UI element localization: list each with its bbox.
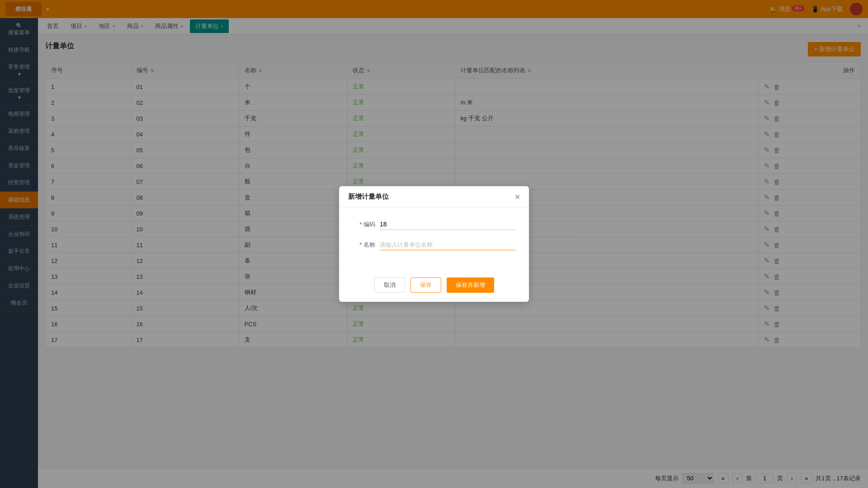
save-new-button[interactable]: 保存并新增: [447, 277, 494, 293]
name-input[interactable]: [380, 239, 515, 250]
save-button[interactable]: 保存: [410, 277, 441, 293]
modal-footer: 取消 保存 保存并新增: [339, 270, 529, 302]
code-input[interactable]: [380, 219, 515, 230]
code-label: 编码: [353, 221, 375, 229]
modal-title: 新增计量单位: [348, 192, 389, 201]
cancel-button[interactable]: 取消: [374, 277, 405, 293]
modal-header: 新增计量单位 ×: [339, 186, 529, 208]
name-label: 名称: [353, 241, 375, 249]
modal-dialog: 新增计量单位 × 编码 名称 取消 保存 保存并新增: [339, 186, 529, 302]
modal-body: 编码 名称: [339, 208, 529, 270]
modal-overlay[interactable]: 新增计量单位 × 编码 名称 取消 保存 保存并新增: [0, 0, 868, 488]
modal-close-button[interactable]: ×: [515, 193, 520, 201]
form-row-code: 编码: [353, 219, 515, 230]
form-row-name: 名称: [353, 239, 515, 250]
